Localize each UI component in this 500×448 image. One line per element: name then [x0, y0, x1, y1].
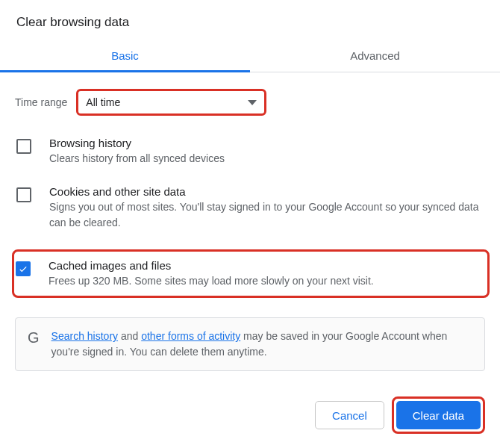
dialog-footer: Cancel Clear data — [0, 382, 500, 446]
info-sep: and — [118, 330, 141, 342]
time-range-row: Time range All time — [15, 89, 485, 116]
time-range-label: Time range — [15, 96, 67, 108]
search-history-link[interactable]: Search history — [51, 330, 118, 342]
option-title: Cookies and other site data — [49, 185, 484, 198]
option-text: Cookies and other site data Signs you ou… — [49, 185, 484, 230]
google-icon: G — [28, 329, 40, 346]
clear-browsing-data-dialog: Clear browsing data Basic Advanced Time … — [0, 0, 500, 446]
option-title: Browsing history — [49, 137, 484, 149]
dialog-title: Clear browsing data — [0, 0, 500, 40]
cancel-button[interactable]: Cancel — [315, 401, 384, 429]
option-desc: Signs you out of most sites. You'll stay… — [49, 199, 484, 230]
option-desc: Frees up 320 MB. Some sites may load mor… — [49, 273, 481, 288]
chevron-down-icon — [248, 100, 257, 105]
option-title: Cached images and files — [49, 259, 481, 272]
option-desc: Clears history from all synced devices — [49, 151, 484, 166]
dialog-content: Time range All time Browsing history Cle… — [0, 72, 500, 382]
option-cached: Cached images and files Frees up 320 MB.… — [12, 249, 490, 298]
checkbox-cookies[interactable] — [16, 187, 31, 202]
info-box: G Search history and other forms of acti… — [15, 317, 485, 371]
option-cookies: Cookies and other site data Signs you ou… — [15, 185, 485, 230]
checkbox-browsing-history[interactable] — [16, 139, 31, 154]
tabs: Basic Advanced — [0, 40, 500, 72]
checkbox-cached[interactable] — [16, 261, 31, 276]
other-activity-link[interactable]: other forms of activity — [141, 330, 240, 342]
tab-advanced[interactable]: Advanced — [250, 40, 500, 72]
clear-data-button[interactable]: Clear data — [396, 401, 481, 429]
tab-basic[interactable]: Basic — [0, 40, 250, 72]
info-text: Search history and other forms of activi… — [51, 329, 472, 360]
time-range-select[interactable]: All time — [76, 89, 266, 116]
option-browsing-history: Browsing history Clears history from all… — [15, 137, 485, 166]
option-text: Cached images and files Frees up 320 MB.… — [49, 259, 481, 288]
option-text: Browsing history Clears history from all… — [49, 137, 484, 166]
time-range-value: All time — [86, 96, 120, 108]
clear-data-highlight: Clear data — [392, 396, 485, 434]
check-icon — [18, 264, 28, 274]
